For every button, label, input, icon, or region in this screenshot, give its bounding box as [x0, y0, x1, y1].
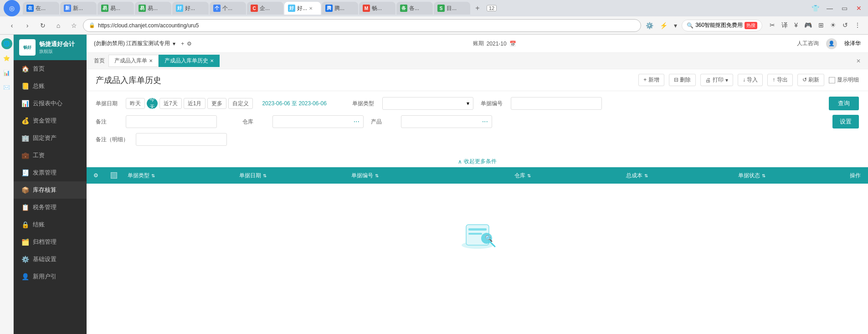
collapse-button[interactable]: ∧ 收起更多条件 — [458, 158, 497, 165]
print-button[interactable]: 🖨 打印 ▾ — [700, 74, 733, 86]
sidebar-icon-mail[interactable]: ✉️ — [1, 82, 12, 93]
page-tab-list[interactable]: 产成品入库单 ✕ — [108, 55, 159, 67]
th-checkbox[interactable] — [105, 172, 123, 179]
tab-ge[interactable]: 个 个... — [210, 2, 246, 15]
search-bar[interactable]: 🔍 360智能抠图免费用 热搜 — [682, 20, 762, 31]
page-tab-history[interactable]: 产成品入库单历史 ✕ — [159, 55, 220, 67]
tab-ge2[interactable]: 各 各... — [396, 2, 433, 15]
date-btn-yesterday[interactable]: 昨天 — [126, 98, 145, 109]
new-tab-button[interactable]: + — [471, 2, 484, 15]
nav-item-invoice[interactable]: 🧾 发票管理 — [14, 164, 87, 181]
tab-chang[interactable]: M 畅... — [359, 2, 395, 15]
voucher-no-input[interactable] — [511, 97, 602, 110]
bookmark-button[interactable]: ☆ — [67, 19, 80, 32]
dropdown-icon[interactable]: ▾ — [672, 20, 679, 31]
address-input[interactable]: 🔒 https://cloud.chanjet.com/accounting/u… — [83, 19, 641, 32]
tab-list-close[interactable]: ✕ — [149, 58, 153, 63]
sidebar-icon-chart[interactable]: 📊 — [1, 67, 12, 78]
th-total-cost[interactable]: 总成本 ⇅ — [621, 172, 733, 180]
date-btn-custom[interactable]: 自定义 — [228, 98, 253, 109]
nav-item-inventory[interactable]: 📦 库存核算 — [14, 181, 87, 199]
tab-count[interactable]: 12 — [487, 5, 497, 11]
window-close-button[interactable]: ✕ — [853, 3, 864, 14]
header-checkbox[interactable] — [111, 172, 117, 179]
window-minimize-button[interactable]: — — [824, 3, 835, 14]
refresh-button[interactable]: ↺ 刷新 — [797, 74, 824, 86]
voucher-type-select[interactable]: ▾ — [382, 97, 473, 110]
warehouse-dots-icon[interactable]: ··· — [354, 118, 360, 126]
translate-icon[interactable]: 译 — [780, 20, 790, 31]
reload-button[interactable]: ↻ — [36, 19, 49, 32]
nav-item-checkout[interactable]: 🔒 结账 — [14, 216, 87, 233]
nav-item-settings[interactable]: ⚙️ 基础设置 — [14, 251, 87, 268]
th-warehouse[interactable]: 仓库 ⇅ — [510, 172, 621, 180]
th-voucher-date[interactable]: 单据日期 ⇅ — [235, 172, 346, 180]
nav-item-tax[interactable]: 📋 税务管理 — [14, 199, 87, 216]
tab-yi1[interactable]: 易 易... — [98, 2, 134, 15]
game-icon[interactable]: 🎮 — [802, 20, 814, 31]
tab-mu[interactable]: S 目... — [434, 2, 470, 15]
warehouse-select[interactable]: ··· — [272, 115, 364, 128]
company-selector[interactable]: (勿删勿禁用) 江西服宝测试专用 ▾ — [94, 40, 175, 47]
tab-qi[interactable]: C 企... — [247, 2, 283, 15]
remark-detail-input[interactable] — [136, 133, 227, 146]
nav-item-home[interactable]: 🏠 首页 — [14, 60, 87, 77]
th-voucher-no[interactable]: 单据编号 ⇅ — [347, 172, 510, 180]
window-maximize-button[interactable]: ▭ — [839, 3, 850, 14]
nav-item-new-user[interactable]: 👤 新用户引 — [14, 268, 87, 285]
forward-button[interactable]: › — [21, 19, 34, 32]
undo-icon[interactable]: ↺ — [841, 20, 850, 31]
nav-item-fixed-assets[interactable]: 🏢 固定资产 — [14, 129, 87, 147]
tab-hao2[interactable]: 好 好... ✕ — [284, 2, 321, 15]
date-btn-today[interactable]: 今天 — [147, 98, 158, 109]
tab-teng[interactable]: 腾 腾... — [322, 2, 358, 15]
th-voucher-status[interactable]: 单据状态 ⇅ — [734, 172, 845, 180]
scissors-icon[interactable]: ✂ — [768, 20, 777, 31]
export-button[interactable]: ↑ 导出 — [767, 74, 792, 86]
close-panel-button[interactable]: ✕ — [856, 58, 861, 64]
date-btn-7days[interactable]: 近7天 — [159, 98, 182, 109]
tab-yi2[interactable]: 易 易... — [135, 2, 171, 15]
nav-item-cloud-reports[interactable]: 📊 云报表中心 — [14, 95, 87, 112]
brightness-icon[interactable]: ☀ — [828, 20, 838, 31]
product-select[interactable]: ··· — [401, 115, 492, 128]
calendar-icon[interactable]: 📅 — [509, 41, 516, 47]
th-voucher-type[interactable]: 单据类型 ⇅ — [123, 172, 235, 180]
tab-close-8[interactable]: ✕ — [309, 6, 313, 11]
settings-gear-icon[interactable]: ⚙ — [187, 41, 192, 47]
window-shirt-icon[interactable]: 👕 — [810, 3, 821, 14]
product-dots-icon[interactable]: ··· — [482, 118, 488, 126]
delete-button[interactable]: ⊟ 删除 — [669, 74, 696, 86]
tab-history-close[interactable]: ✕ — [210, 58, 214, 63]
tab-new[interactable]: 新 新... — [60, 2, 97, 15]
yuan-icon[interactable]: ¥ — [792, 20, 800, 31]
tab-zaixin[interactable]: 在 在... — [23, 2, 59, 15]
sidebar-icon-browser[interactable]: 🌐 — [1, 38, 12, 49]
nav-item-archive[interactable]: 🗂️ 归档管理 — [14, 233, 87, 251]
tab-hao1[interactable]: 好 好... — [172, 2, 209, 15]
back-button[interactable]: ‹ — [5, 19, 18, 32]
more-icon[interactable]: ⋮ — [853, 20, 863, 31]
nav-item-funds[interactable]: 💰 资金管理 — [14, 112, 87, 129]
new-button[interactable]: + 新增 — [638, 74, 664, 86]
nav-item-general-ledger[interactable]: 📒 总账 — [14, 77, 87, 95]
import-button[interactable]: ↓ 导入 — [738, 74, 763, 86]
date-btn-1month[interactable]: 近1月 — [184, 98, 206, 109]
inventory-icon: 📦 — [21, 186, 29, 194]
add-company-button[interactable]: + — [181, 41, 184, 47]
date-btn-more[interactable]: 更多 — [207, 98, 226, 109]
sidebar-icon-star[interactable]: ⭐ — [1, 53, 12, 64]
show-detail-checkbox[interactable] — [829, 77, 835, 83]
extensions-button[interactable]: ⚙️ — [644, 20, 655, 31]
home-button[interactable]: ⌂ — [52, 19, 65, 32]
page-tabs: 产成品入库单 ✕ 产成品入库单历史 ✕ — [108, 55, 220, 67]
th-gear[interactable]: ⚙ — [87, 172, 105, 179]
grid-icon[interactable]: ⊞ — [817, 20, 826, 31]
breadcrumb-home[interactable]: 首页 — [94, 57, 105, 65]
settings-button[interactable]: 设置 — [832, 115, 859, 128]
remark-input[interactable] — [126, 115, 217, 128]
nav-item-payroll[interactable]: 💼 工资 — [14, 147, 87, 164]
ai-consult-button[interactable]: 人工咨询 — [797, 40, 819, 47]
query-button[interactable]: 查询 — [829, 97, 859, 110]
lightning-icon[interactable]: ⚡ — [658, 20, 669, 31]
